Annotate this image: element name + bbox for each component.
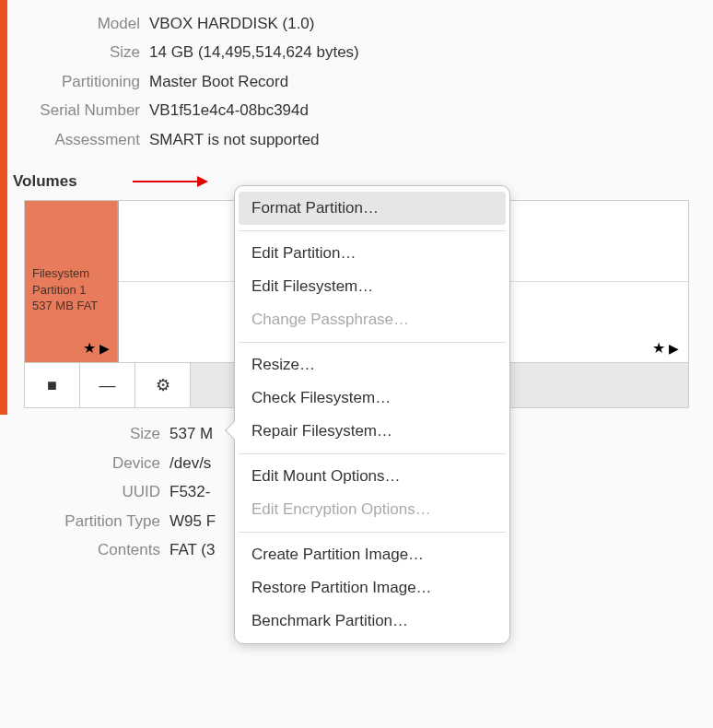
row-partitioning: Partitioning Master Boot Record — [13, 67, 700, 96]
menu-repair-filesystem[interactable]: Repair Filesystem… — [235, 415, 509, 448]
contents-text: FAT (3 — [169, 541, 215, 558]
menu-resize[interactable]: Resize… — [235, 348, 509, 382]
disk-info-table: Model VBOX HARDDISK (1.0) Size 14 GB (14… — [13, 9, 700, 154]
value-partitioning: Master Boot Record — [149, 67, 288, 96]
partition-1-block[interactable]: Filesystem Partition 1 537 MB FAT ★ ▶ — [25, 201, 119, 362]
context-menu: Format Partition… Edit Partition… Edit F… — [234, 185, 510, 644]
label-uuid: UUID — [13, 477, 169, 506]
menu-separator — [239, 532, 506, 533]
label-psize: Size — [13, 419, 169, 448]
partition-line1: Filesystem — [32, 265, 110, 282]
partition-line2: Partition 1 — [32, 282, 110, 299]
menu-format-partition[interactable]: Format Partition… — [239, 192, 506, 225]
play-icon: ▶ — [99, 341, 110, 356]
label-model: Model — [13, 9, 149, 38]
label-serial: Serial Number — [13, 96, 149, 124]
menu-edit-partition[interactable]: Edit Partition… — [235, 237, 509, 270]
remove-button[interactable]: — — [80, 363, 135, 407]
label-assessment: Assessment — [13, 125, 149, 154]
value-device: /dev/s — [169, 449, 211, 477]
row-model: Model VBOX HARDDISK (1.0) — [13, 9, 700, 38]
value-uuid: F532- — [169, 477, 210, 506]
row-serial: Serial Number VB1f51e4c4-08bc394d — [13, 96, 700, 124]
value-serial: VB1f51e4c4-08bc394d — [149, 96, 309, 124]
label-partitioning: Partitioning — [13, 67, 149, 96]
gear-icon: ⚙ — [156, 375, 170, 395]
label-contents: Contents — [13, 535, 169, 564]
menu-separator — [239, 342, 506, 343]
menu-create-image[interactable]: Create Partition Image… — [235, 538, 509, 571]
star-icon: ★ — [652, 340, 665, 356]
value-model: VBOX HARDDISK (1.0) — [149, 9, 315, 38]
menu-edit-encryption: Edit Encryption Options… — [235, 493, 509, 526]
value-psize: 537 M — [169, 419, 213, 448]
label-device: Device — [13, 449, 169, 477]
row-size: Size 14 GB (14,495,514,624 bytes) — [13, 38, 700, 66]
value-assessment: SMART is not supported — [149, 125, 320, 154]
row-assessment: Assessment SMART is not supported — [13, 125, 700, 154]
partition-2-status-icons: ★ ▶ — [652, 339, 679, 357]
menu-edit-filesystem[interactable]: Edit Filesystem… — [235, 270, 509, 303]
menu-edit-mount[interactable]: Edit Mount Options… — [235, 460, 509, 493]
stop-icon: ■ — [47, 376, 57, 395]
value-size: 14 GB (14,495,514,624 bytes) — [149, 38, 359, 66]
partition-line3: 537 MB FAT — [32, 298, 110, 314]
sidebar-accent — [0, 0, 7, 415]
minus-icon: — — [99, 376, 116, 395]
value-ptype: W95 F — [169, 507, 216, 535]
menu-change-passphrase: Change Passphrase… — [235, 303, 509, 336]
label-ptype: Partition Type — [13, 507, 169, 535]
star-icon: ★ — [83, 340, 96, 356]
annotation-arrow-icon — [133, 181, 206, 182]
menu-separator — [239, 230, 506, 231]
play-icon: ▶ — [669, 341, 679, 356]
menu-separator — [239, 453, 506, 454]
partition-status-icons: ★ ▶ — [83, 339, 110, 357]
menu-restore-image[interactable]: Restore Partition Image… — [235, 571, 509, 605]
volumes-title: Volumes — [13, 172, 77, 191]
stop-button[interactable]: ■ — [25, 363, 80, 407]
settings-button[interactable]: ⚙ — [135, 363, 191, 407]
menu-check-filesystem[interactable]: Check Filesystem… — [235, 382, 509, 415]
menu-benchmark[interactable]: Benchmark Partition… — [235, 605, 509, 638]
label-size: Size — [13, 38, 149, 66]
